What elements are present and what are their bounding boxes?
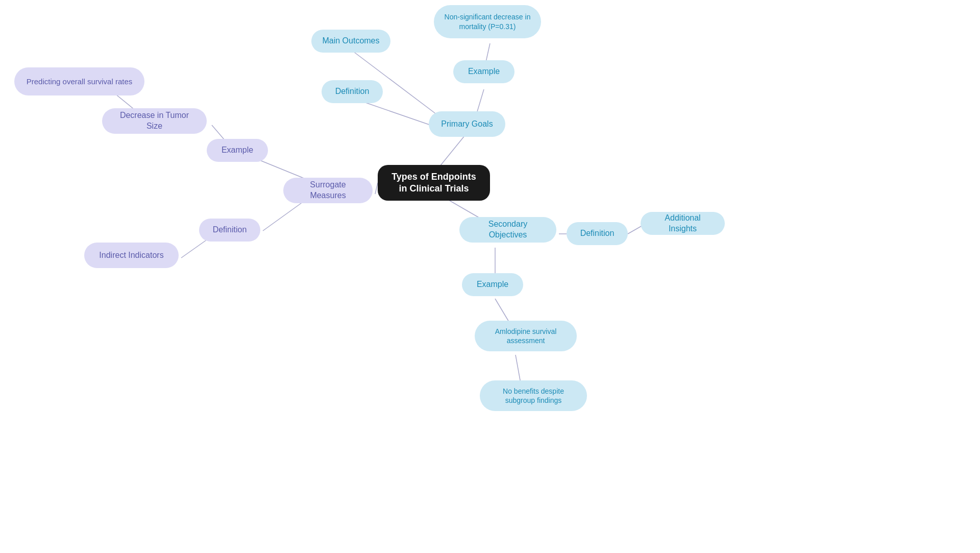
predicting-overall-node: Predicting overall survival rates xyxy=(14,67,144,95)
secondary-objectives-node: Secondary Objectives xyxy=(459,217,556,243)
indirect-indicators-node: Indirect Indicators xyxy=(84,243,179,268)
center-node: Types of Endpoints in Clinical Trials xyxy=(378,165,490,201)
surrogate-measures-node: Surrogate Measures xyxy=(283,178,373,203)
main-outcomes-node: Main Outcomes xyxy=(311,30,390,53)
svg-line-10 xyxy=(516,355,521,383)
example1-node: Example xyxy=(453,60,514,83)
non-sig-decrease-node: Non-significant decrease in mortality (P… xyxy=(434,5,541,38)
definition-blue1-node: Definition xyxy=(322,80,383,103)
definition-purple-node: Definition xyxy=(199,219,260,242)
no-benefits-node: No benefits despite subgroup findings xyxy=(480,380,587,411)
primary-goals-node: Primary Goals xyxy=(429,111,505,137)
example-purple-node: Example xyxy=(207,139,268,162)
example2-node: Example xyxy=(462,273,523,296)
amlodipine-node: Amlodipine survival assessment xyxy=(475,321,577,351)
decrease-tumor-size-node: Decrease in Tumor Size xyxy=(102,108,207,134)
additional-insights-node: Additional Insights xyxy=(641,212,725,235)
definition-blue2-node: Definition xyxy=(567,222,628,245)
